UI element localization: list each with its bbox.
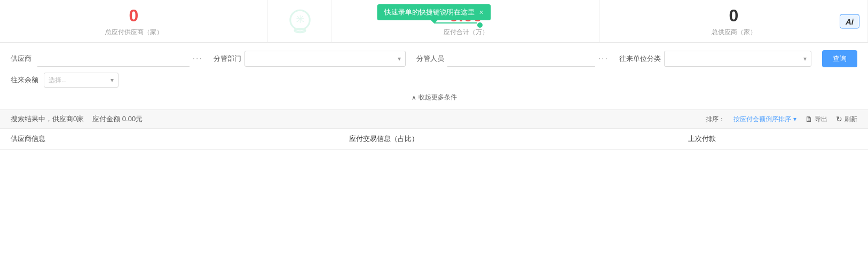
- tooltip-line: [434, 22, 477, 23]
- export-label: 导出: [815, 115, 827, 124]
- result-amount: 应付金额 0.00元: [92, 114, 143, 124]
- table-header: 供应商信息 应付交易信息（占比） 上次付款: [0, 129, 868, 150]
- export-icon: 🗎: [805, 115, 812, 123]
- unit-class-arrow: ▾: [803, 55, 807, 62]
- supplier-label: 供应商: [11, 54, 34, 64]
- supplier-input[interactable]: [37, 51, 190, 67]
- unit-class-select[interactable]: ▾: [664, 51, 811, 67]
- refresh-button[interactable]: ↻ 刷新: [836, 115, 857, 124]
- total-suppliers-count: 0: [729, 5, 739, 26]
- result-bar: 搜索结果中，供应商0家 应付金额 0.00元 排序： 按应付会额倒序排序 ▾ 🗎…: [0, 110, 868, 129]
- tooltip-close-button[interactable]: ×: [479, 8, 483, 17]
- filter-item-person: 分管人员 ···: [416, 51, 609, 67]
- ai-badge[interactable]: Ai: [840, 14, 859, 28]
- filter-area: 供应商 ··· 分管部门 ▾ 分管人员 ··· 往来单位分类 ▾: [0, 43, 868, 110]
- summary-bar: 0 总应付供应商（家） 米 0.00 应付合计（万） 快速录单的快捷键说明在这里…: [0, 0, 868, 43]
- filter-item-department: 分管部门 ▾: [214, 51, 406, 67]
- summary-item-payable-suppliers: 0 总应付供应商（家）: [0, 0, 268, 42]
- department-arrow: ▾: [398, 55, 401, 62]
- svg-text:米: 米: [296, 15, 304, 23]
- person-input[interactable]: [447, 51, 595, 67]
- department-label: 分管部门: [214, 54, 241, 64]
- col-header-supplier-info: 供应商信息: [11, 134, 349, 144]
- balance-label: 往来余额: [11, 75, 38, 85]
- total-suppliers-label: 总供应商（家）: [712, 28, 756, 37]
- payable-suppliers-count: 0: [129, 5, 139, 26]
- payable-total-label: 应付合计（万）: [444, 28, 488, 37]
- collapse-text: 收起更多条件: [419, 93, 457, 102]
- department-select[interactable]: ▾: [244, 51, 406, 67]
- coin-icon-area: 米: [268, 0, 332, 42]
- refresh-icon: ↻: [836, 115, 842, 123]
- col-header-transaction: 应付交易信息（占比）: [349, 134, 688, 144]
- sort-select[interactable]: 按应付会额倒序排序 ▾: [733, 115, 796, 124]
- tooltip-bubble: 快速录单的快捷键说明在这里 ×: [377, 4, 491, 20]
- query-button[interactable]: 查询: [822, 50, 857, 67]
- payable-suppliers-label: 总应付供应商（家）: [105, 28, 163, 37]
- result-supplier-count: 搜索结果中，供应商0家: [11, 114, 84, 124]
- result-summary: 搜索结果中，供应商0家 应付金额 0.00元: [11, 114, 143, 124]
- supplier-dots-button[interactable]: ···: [193, 54, 203, 64]
- balance-select[interactable]: 选择... ▾: [44, 73, 119, 88]
- collapse-icon: ∧: [412, 94, 416, 101]
- refresh-label: 刷新: [845, 115, 857, 124]
- summary-item-total-suppliers: 0 总供应商（家）: [600, 0, 868, 42]
- sort-value: 按应付会额倒序排序: [733, 115, 791, 124]
- coin-svg-icon: 米: [286, 7, 314, 35]
- person-dots-button[interactable]: ···: [598, 54, 609, 64]
- filter-item-unit-class: 往来单位分类 ▾: [619, 51, 811, 67]
- balance-arrow: ▾: [111, 76, 114, 84]
- tooltip-text: 快速录单的快捷键说明在这里: [384, 7, 475, 17]
- export-button[interactable]: 🗎 导出: [805, 115, 827, 124]
- sort-label: 排序：: [706, 115, 725, 124]
- filter-row-1: 供应商 ··· 分管部门 ▾ 分管人员 ··· 往来单位分类 ▾: [11, 50, 857, 67]
- filter-item-supplier: 供应商 ···: [11, 51, 203, 67]
- collapse-button[interactable]: ∧ 收起更多条件: [11, 91, 857, 106]
- table-body: [0, 150, 868, 275]
- result-actions: 排序： 按应付会额倒序排序 ▾ 🗎 导出 ↻ 刷新: [706, 115, 857, 124]
- balance-placeholder: 选择...: [49, 76, 67, 85]
- unit-class-label: 往来单位分类: [619, 54, 661, 64]
- person-label: 分管人员: [416, 54, 444, 64]
- col-header-last-payment: 上次付款: [688, 134, 857, 144]
- sort-arrow: ▾: [793, 115, 796, 123]
- filter-row-2: 往来余额 选择... ▾: [11, 73, 857, 88]
